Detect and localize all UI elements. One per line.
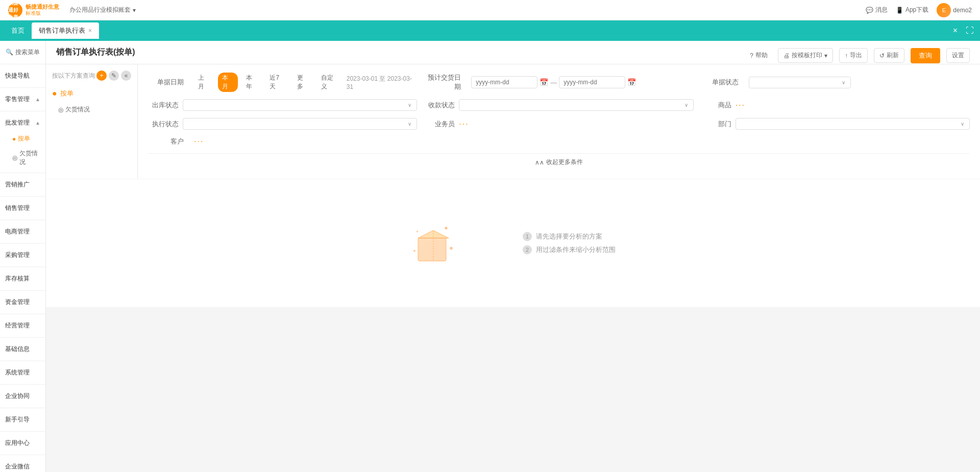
tab-home[interactable]: 首页 (4, 22, 32, 39)
out-status-input: ∨ (183, 99, 417, 111)
sidebar-item-ecommerce[interactable]: 电商管理 (0, 223, 45, 240)
sidebar-sub-debt[interactable]: ◎ 欠货情况 (0, 146, 45, 170)
sidebar-search[interactable]: 🔍 搜索菜单 (0, 45, 45, 60)
sidebar-item-finance[interactable]: 资金管理 (0, 294, 45, 311)
filter-sidebar-header: 按以下方案查询 + ✎ « (46, 70, 137, 85)
receipt-status-input: ∨ (459, 99, 693, 111)
goods-label: 商品 (701, 101, 731, 110)
sidebar-item-appstore[interactable]: 应用中心 (0, 435, 45, 452)
settings-button[interactable]: 设置 (946, 48, 970, 63)
exec-status-cell: 执行状态 ∨ (148, 118, 417, 130)
sidebar-ecommerce-section: 电商管理 (0, 220, 45, 244)
sidebar-item-basic[interactable]: 基础信息 (0, 341, 45, 358)
sidebar-item-sales[interactable]: 销售管理 (0, 200, 45, 217)
refresh-button[interactable]: ↺ 刷新 (874, 48, 904, 63)
status-value: ∨ (749, 77, 970, 88)
sidebar-item-system[interactable]: 系统管理 (0, 364, 45, 381)
wholesale-arrow: ▲ (35, 120, 40, 126)
goods-cell: 商品 ··· (701, 101, 970, 110)
date-btn-currentmonth[interactable]: 本月 (218, 73, 238, 92)
logo-area: 畅捷通好生意 畅捷通好生意 标准版 (8, 3, 59, 17)
date-end-input[interactable] (559, 76, 625, 88)
sidebar-corpwechat-section: 企业微信 (0, 455, 45, 472)
sidebar-item-retail[interactable]: 零售管理 ▲ (0, 91, 45, 108)
scheme-sub-debt[interactable]: ◎ 欠货情况 (46, 102, 137, 117)
exec-status-arrow: ∨ (408, 121, 411, 127)
add-scheme-button[interactable]: + (96, 70, 107, 81)
help-button[interactable]: ? 帮助 (746, 49, 772, 62)
sidebar-sub-order[interactable]: ● 按单 (0, 131, 45, 146)
sidebar-wholesale-section: 批发管理 ▲ ● 按单 ◎ 欠货情况 (0, 111, 45, 173)
main-layout: 🔍 搜索菜单 快捷导航 零售管理 ▲ 批发管理 ▲ ● 按单 ◎ (0, 41, 980, 472)
date-btn-lastmonth[interactable]: 上月 (194, 73, 214, 92)
exec-status-select[interactable]: ∨ (183, 118, 417, 130)
empty-illustration: ✦ ✦ (410, 220, 456, 266)
sidebar-basic-section: 基础信息 (0, 338, 45, 361)
dept-input: ∨ (736, 118, 970, 130)
date-btn-last7days[interactable]: 近7天 (265, 73, 288, 92)
filter-date-row: 单据日期 上月 本月 本年 近7天 更多 自定义 2023-03-01 至 20… (148, 73, 970, 92)
message-action[interactable]: 💬 消息 (866, 6, 888, 14)
empty-container: ✦ ✦ 1 请先选择要分析的方案 2 用过滤条件来缩小分析范围 (410, 220, 616, 266)
sub-scheme-icon: ◎ (58, 106, 63, 113)
sidebar-item-newguide[interactable]: 新手引导 (0, 411, 45, 428)
sidebar-item-operations[interactable]: 经营管理 (0, 317, 45, 334)
sidebar: 🔍 搜索菜单 快捷导航 零售管理 ▲ 批发管理 ▲ ● 按单 ◎ (0, 41, 46, 472)
out-status-cell: 出库状态 ∨ (148, 99, 417, 111)
out-status-select[interactable]: ∨ (183, 99, 417, 111)
goods-input: ··· (736, 101, 970, 110)
salesperson-picker-button[interactable]: ··· (459, 120, 469, 128)
sidebar-sales-section: 销售管理 (0, 197, 45, 220)
tab-sales-exec[interactable]: 销售订单执行表 × (32, 22, 99, 39)
receipt-status-select[interactable]: ∨ (459, 99, 693, 111)
svg-point-7 (413, 250, 415, 252)
query-button[interactable]: 查询 (911, 48, 940, 63)
content-area: 销售订单执行表(按单) ? 帮助 🖨 按模板打印 ▾ ↑ 导出 ↺ 刷新 (46, 41, 980, 472)
breadcrumb[interactable]: 办公用品行业模拟账套 ▾ (69, 6, 136, 14)
filter-scheme-sidebar: 按以下方案查询 + ✎ « ● 按单 ◎ 欠货情况 (46, 64, 138, 179)
status-select-arrow: ∨ (842, 80, 845, 85)
sidebar-inventory-section: 库存核算 (0, 267, 45, 291)
dept-select[interactable]: ∨ (736, 118, 970, 130)
user-action[interactable]: E demo2 (937, 3, 972, 17)
sidebar-item-inventory[interactable]: 库存核算 (0, 270, 45, 287)
goods-picker-button[interactable]: ··· (736, 101, 745, 109)
date-btn-more[interactable]: 更多 (293, 73, 313, 92)
sidebar-item-marketing[interactable]: 营销推广 (0, 176, 45, 193)
sidebar-enterprise-section: 企业协同 (0, 385, 45, 408)
sidebar-item-wholesale[interactable]: 批发管理 ▲ (0, 114, 45, 131)
sidebar-retail-section: 零售管理 ▲ (0, 88, 45, 111)
sidebar-item-purchase[interactable]: 采购管理 (0, 247, 45, 264)
sidebar-item-corpwechat[interactable]: 企业微信 (0, 458, 45, 472)
tab-close-icon[interactable]: × (88, 27, 92, 34)
sidebar-newguide-section: 新手引导 (0, 408, 45, 432)
empty-state: ✦ ✦ 1 请先选择要分析的方案 2 用过滤条件来缩小分析范围 (46, 179, 980, 307)
date-start-input[interactable] (471, 76, 537, 88)
date-btn-currentyear[interactable]: 本年 (242, 73, 262, 92)
tab-expand-icon[interactable]: ⛶ (964, 24, 976, 37)
collapse-scheme-button[interactable]: « (121, 70, 131, 81)
sidebar-item-quicknav[interactable]: 快捷导航 (0, 67, 45, 84)
scheme-item-order[interactable]: ● 按单 (46, 85, 137, 102)
status-select[interactable]: ∨ (749, 77, 851, 88)
export-button[interactable]: ↑ 导出 (839, 48, 868, 63)
edit-scheme-button[interactable]: ✎ (109, 70, 119, 81)
tab-close-window-icon[interactable]: × (951, 24, 960, 37)
date-filter-value: 上月 本月 本年 近7天 更多 自定义 2023-03-01 至 2023-03… (194, 73, 415, 92)
sidebar-finance-section: 资金管理 (0, 291, 45, 314)
customer-label: 客户 (148, 137, 184, 146)
dept-label: 部门 (701, 120, 731, 129)
app-name: 畅捷通好生意 标准版 (26, 4, 59, 16)
customer-picker-button[interactable]: ··· (194, 137, 204, 146)
filter-row2: 出库状态 ∨ 收款状态 ∨ (148, 99, 970, 111)
sidebar-item-enterprise[interactable]: 企业协同 (0, 388, 45, 405)
print-button[interactable]: 🖨 按模板打印 ▾ (778, 48, 833, 63)
download-action[interactable]: 📱 App下载 (896, 6, 928, 14)
collapse-bar: ∧∧ 收起更多条件 (148, 153, 970, 171)
header-right: 💬 消息 📱 App下载 E demo2 (866, 3, 972, 17)
dept-arrow: ∨ (961, 121, 964, 127)
dept-cell: 部门 ∨ (701, 118, 970, 130)
filter-row4: 客户 ··· (148, 137, 970, 146)
collapse-button[interactable]: ∧∧ 收起更多条件 (535, 158, 583, 167)
date-btn-custom[interactable]: 自定义 (317, 73, 342, 92)
